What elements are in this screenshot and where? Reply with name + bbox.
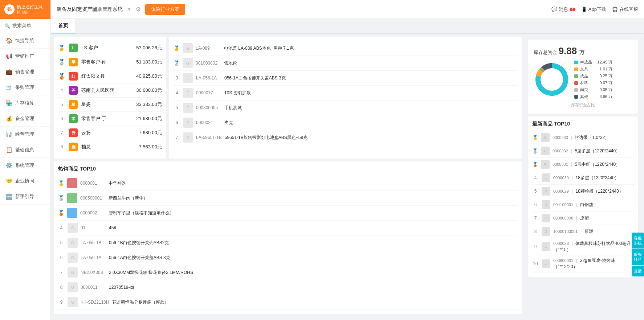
nav-label-system: 系统管理: [15, 162, 34, 169]
message-btn[interactable]: 💬 消息 6: [551, 6, 575, 13]
trial-button[interactable]: 体验行业方案: [145, 4, 185, 15]
customer-value: 7,563.00元: [139, 144, 162, 150]
rank-num: 3: [174, 75, 180, 81]
topbar-right: 💬 消息 6 📱 App下载 🎧 在线客服: [551, 6, 638, 13]
new-product-item: 🥉 G 0000031 | 5层中纤（1220*2440）: [532, 158, 634, 171]
rank-num: 6: [174, 120, 180, 125]
product-name: 59651-1B旋转投影灯电池盒ABS黑色+58克: [225, 135, 518, 141]
float-button[interactable]: 服务 社区: [632, 249, 644, 265]
customer-name: 零售客户-于: [81, 115, 133, 122]
nav-label-purchase: 采购管理: [15, 84, 34, 91]
new-product-info: 0000033 | 封边带（1.0*22）: [553, 135, 634, 141]
new-product-item: 10 G 003800001 | 22g鱼豆腐-烧烤味（1*12*20）: [532, 255, 634, 272]
medal-icon: 🥉: [532, 162, 538, 167]
new-product-thumb: G: [541, 160, 550, 169]
medal-icon: 🥈: [58, 59, 65, 66]
search-menu[interactable]: 🔍 搜索菜单: [0, 19, 50, 33]
customer-avatar: 云: [69, 128, 78, 137]
new-product-code: 003800001: [553, 258, 573, 263]
customer-avatar: 苍: [69, 86, 78, 95]
new-product-item: 6 G 004100001 | 白钢垫: [532, 198, 634, 212]
service-label: 在线客服: [619, 6, 638, 13]
customer-value: 36,600.00元: [136, 87, 162, 94]
rank-num: 8: [58, 144, 65, 149]
sidebar-item-finance[interactable]: 💰资金管理: [0, 111, 50, 127]
customer-name: 零售客户-许: [81, 59, 133, 65]
app-download-btn[interactable]: 📱 App下载: [581, 6, 606, 13]
product-thumb: G: [68, 223, 78, 233]
sidebar-item-marketing[interactable]: 📢营销推广: [0, 49, 50, 64]
sidebar-item-inventory[interactable]: 🏪库存核算: [0, 95, 50, 111]
rank-num: 5: [174, 105, 180, 110]
product-name: 2.0X30MM双搓花轴,搓花直径2.1MM/ROHS: [109, 270, 518, 276]
gear-icon[interactable]: ⚙: [136, 6, 141, 13]
new-product-info: 0000032 | 5层多层（1220*2440）: [553, 148, 634, 154]
float-button[interactable]: 直播: [632, 266, 644, 276]
sidebar-item-basic[interactable]: 📋基础信息: [0, 142, 50, 158]
rank-num: 4: [58, 88, 65, 93]
message-label: 消息: [559, 6, 568, 13]
rank-num: 7: [58, 270, 65, 275]
nav-label-home: 快捷导航: [15, 37, 34, 44]
customer-name: 苍南县人民医院: [81, 87, 133, 94]
new-product-thumb: G: [542, 227, 550, 236]
legend-label: 文具: [580, 66, 588, 72]
customer-avatar: 零: [69, 58, 78, 66]
customer-list-item: 🥇 L LS 客户 53,006.26元: [58, 41, 162, 55]
new-product-code: 0000032: [553, 149, 568, 153]
product-name: 新西兰牛肉（新牛）: [109, 195, 518, 201]
new-product-item: 🥇 G 0000033 | 封边带（1.0*22）: [532, 131, 634, 144]
legend-color: [574, 95, 578, 99]
legend-item: 半成品 12.45 万: [574, 60, 612, 65]
customer-name: LS 客户: [81, 45, 133, 51]
product-name: 45#: [109, 225, 518, 230]
product-thumb: G: [68, 282, 78, 292]
headset-icon: 🎧: [612, 7, 618, 12]
hot-product-item: 9 G KK-SD22110H 花语萌恒温分腿睡袋（厚款）: [58, 295, 518, 310]
sidebar-item-collab[interactable]: 🤝企业协同: [0, 173, 50, 189]
product-name: 056-1A白色按键开关盖ABS 3克: [224, 75, 518, 81]
new-product-thumb: G: [542, 214, 550, 222]
medal-icon: 🥇: [532, 135, 538, 140]
search-label: 搜索菜单: [12, 22, 31, 29]
nav-label-marketing: 营销推广: [15, 53, 34, 60]
sidebar-item-system[interactable]: ⚙️系统管理: [0, 158, 50, 173]
rank-num: 8: [58, 285, 65, 290]
medal-icon: 🥈: [532, 148, 538, 154]
service-btn[interactable]: 🎧 在线客服: [612, 6, 638, 13]
sidebar-item-purchase[interactable]: 🛒采购管理: [0, 80, 50, 95]
nav-icon-sales: 💼: [6, 69, 12, 75]
hot-product-item: 4 G 01 45#: [58, 221, 518, 235]
inventory-sub-title: 库存资金占比: [534, 102, 632, 108]
sidebar-item-operation[interactable]: 📊经营管理: [0, 127, 50, 142]
nav-label-operation: 经营管理: [15, 131, 34, 138]
nav-label-collab: 企业协同: [15, 178, 34, 184]
inventory-panel: 库存总资金 9.88 万: [528, 40, 638, 114]
sidebar-nav: 🏠快捷导航📢营销推广💼销售管理🛒采购管理🏪库存核算💰资金管理📊经营管理📋基础信息…: [0, 33, 50, 320]
new-products-title: 最新商品 TOP10: [532, 121, 634, 127]
customer-value: 21,680.00元: [136, 115, 162, 122]
sidebar-item-sales[interactable]: 💼销售管理: [0, 64, 50, 80]
rank-num: 5: [532, 189, 539, 194]
product-thumb: G: [68, 238, 78, 248]
new-products-list: 🥇 G 0000033 | 封边带（1.0*22） 🥈 G 0000032 | …: [532, 131, 634, 272]
phone-icon: 📱: [581, 7, 587, 12]
product-thumb: G: [68, 267, 78, 278]
float-button[interactable]: 客服 热线: [632, 233, 644, 249]
rank-num: 7: [174, 135, 180, 140]
new-product-info: 000800008 | 原塑: [553, 215, 634, 221]
hot-product-item: 5 G LA-056-1B 056-1B白色按键开关壳ABS2克: [58, 235, 518, 250]
donut-chart: [534, 61, 570, 98]
sidebar-item-guide[interactable]: 🆕新手引导: [0, 189, 50, 205]
new-product-code: 0000029: [553, 189, 569, 193]
legend-value: 0.07 万: [594, 80, 612, 86]
customer-avatar: 红: [69, 72, 78, 81]
sidebar-item-home[interactable]: 🏠快捷导航: [0, 33, 50, 49]
new-product-code: 0000033: [553, 135, 568, 140]
rank-num: 9: [58, 300, 65, 305]
tab-home[interactable]: 首页: [51, 19, 76, 33]
nav-icon-basic: 📋: [6, 147, 12, 153]
product-code: 0000002: [80, 210, 106, 216]
nav-icon-home: 🏠: [6, 37, 12, 44]
hot-product-item: 7 G NB2.0X30B 2.0X30MM双搓花轴,搓花直径2.1MM/ROH…: [58, 265, 518, 280]
